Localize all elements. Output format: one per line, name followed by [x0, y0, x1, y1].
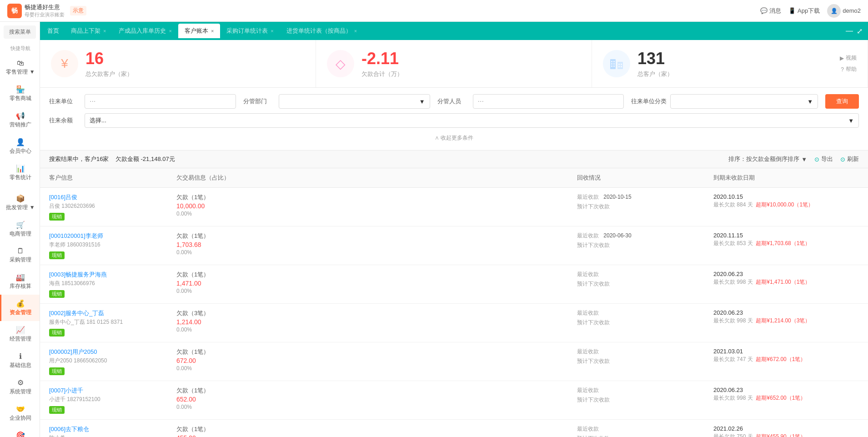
svg-rect-8	[618, 64, 620, 65]
overdue-link[interactable]: 超期¥455.90（1笔）	[756, 433, 806, 437]
due-info: 2020.06.23 最长欠款 998 天 超期¥1,471.00（1笔）	[713, 271, 859, 286]
svg-rect-7	[613, 65, 615, 67]
sidebar-item-zero-mall[interactable]: 🏪 零售商城	[0, 80, 40, 107]
customer-name[interactable]: [0007]小进千	[49, 387, 176, 395]
tab-home[interactable]: 首页	[42, 27, 65, 35]
sidebar-item-zero-sales[interactable]: 🛍 零售管理 ▼	[0, 55, 40, 80]
export-icon: ⊙	[814, 156, 819, 163]
tab-customer-account-close[interactable]: ×	[211, 28, 214, 34]
debt-amount: 10,000.00	[176, 202, 577, 210]
sidebar-item-stock[interactable]: 🏭 库存核算	[0, 268, 40, 295]
logo-area: 畅 畅捷通好生意 母婴行业演示账套	[7, 3, 65, 18]
sidebar-item-ecommerce[interactable]: 🛒 电商管理	[0, 216, 40, 242]
tab-expand-icon[interactable]: ⤢	[857, 27, 863, 35]
debt-amount: 1,471.00	[176, 280, 577, 287]
filter-dept-select[interactable]: ▼	[279, 94, 430, 109]
return-last-date: 2020-06-30	[601, 232, 632, 239]
app-download-btn[interactable]: 📱 App下载	[788, 7, 820, 15]
return-last-label: 最近收款	[577, 194, 599, 200]
debt-percent: 0.00%	[176, 288, 577, 294]
customer-name[interactable]: [0003]畅捷服务尹海燕	[49, 271, 176, 279]
filter-from-unit-input[interactable]: ···	[85, 94, 236, 109]
due-date: 2020.06.23	[713, 387, 859, 393]
user-btn[interactable]: 👤 demo2	[827, 4, 861, 18]
customer-tag: 现销	[49, 367, 65, 375]
tab-customer-account[interactable]: 客户账本 ×	[178, 24, 220, 38]
sidebar-item-member[interactable]: 👤 会员中心	[0, 133, 40, 160]
return-last: 最近收款	[577, 425, 713, 433]
debt-percent: 0.00%	[176, 326, 577, 333]
tab-products-off[interactable]: 商品上下架 ×	[65, 24, 112, 38]
return-info: 最近收款 预计下次收款	[577, 271, 713, 288]
tab-products-off-label: 商品上下架	[71, 27, 100, 35]
tab-produce-history[interactable]: 产成品入库单历史 ×	[112, 24, 178, 38]
tab-minimize-icon[interactable]: —	[846, 27, 853, 35]
sidebar-item-capital[interactable]: 💰 资金管理	[0, 295, 40, 321]
tab-purchase-inbound[interactable]: 进货单统计表（按商品） ×	[280, 24, 363, 38]
sidebar-item-quicknav: 快捷导航	[0, 42, 40, 55]
export-btn[interactable]: ⊙ 导出	[814, 155, 833, 163]
debt-count: 欠款（3笔）	[176, 309, 577, 317]
tab-purchase-stat-close[interactable]: ×	[271, 28, 273, 34]
due-info: 2020.06.23 最长欠款 998 天 超期¥652.00（1笔）	[713, 387, 859, 402]
refresh-btn[interactable]: ⊙ 刷新	[840, 155, 859, 163]
sidebar-item-purchase[interactable]: 🗒 采购管理	[0, 242, 40, 268]
overdue-link[interactable]: 超期¥10,000.00（1笔）	[756, 201, 813, 208]
ecommerce-icon: 🛒	[3, 221, 38, 229]
sidebar-search-btn[interactable]: 搜索菜单	[4, 25, 36, 39]
sidebar-item-basic-label: 基础信息	[3, 362, 38, 369]
col-header-due: 到期未收款日期	[713, 174, 859, 182]
filter-manager-input[interactable]: ···	[473, 94, 624, 109]
sidebar-item-basic[interactable]: ℹ 基础信息	[0, 347, 40, 374]
customer-name[interactable]: [0016]吕俊	[49, 193, 176, 201]
filter-category-select[interactable]: ▼	[670, 94, 818, 109]
message-btn[interactable]: 💬 消息	[760, 7, 781, 15]
stat-label-owing-customers: 总欠款客户（家）	[85, 70, 133, 78]
filter-balance-select[interactable]: 选择... ▼	[85, 113, 859, 128]
help-btn[interactable]: ? 帮助	[841, 65, 857, 73]
table-header: 客户信息 欠交易信息（占比） 回收情况 到期未收款日期	[40, 168, 868, 188]
filter-balance: 往来余额 选择... ▼	[49, 113, 859, 128]
customer-name[interactable]: [0006]去下粮仓	[49, 425, 176, 433]
sidebar-item-operations[interactable]: 📈 经营管理	[0, 321, 40, 347]
video-btn[interactable]: ▶ 视频	[840, 54, 857, 62]
stat-info-owing: 16 总欠款客户（家）	[85, 49, 133, 78]
return-last-date	[601, 426, 604, 432]
due-date: 2020.10.15	[713, 193, 859, 200]
customer-name[interactable]: [0001020001]李老师	[49, 232, 176, 240]
customer-name[interactable]: [000002]用户2050	[49, 348, 176, 356]
sidebar-item-batch-mgmt[interactable]: 📦 批发管理 ▼	[0, 190, 40, 216]
overdue-link[interactable]: 超期¥672.00（1笔）	[756, 356, 806, 362]
sidebar-item-zero-stat[interactable]: 📊 零售统计	[0, 160, 40, 186]
sidebar-item-marketing[interactable]: 📢 营销推广	[0, 107, 40, 133]
stat-card-owing-amount: ◇ -2.11 欠款合计（万）	[316, 40, 592, 87]
app-icon: 📱	[788, 7, 796, 14]
overdue-link[interactable]: 超期¥1,703.68（1笔）	[756, 240, 810, 246]
return-info: 最近收款 预计下次收款	[577, 309, 713, 326]
sidebar-item-newbie[interactable]: 🎯 新手引导	[0, 427, 40, 437]
search-btn[interactable]: 查询	[825, 94, 859, 109]
sort-select[interactable]: 排序：按欠款金额倒序排序 ▼	[728, 155, 807, 163]
customer-detail: 陈小希	[49, 434, 176, 437]
video-label: 视频	[846, 54, 857, 62]
return-next: 预计下次收款	[577, 203, 713, 211]
overdue-link[interactable]: 超期¥1,471.00（1笔）	[756, 279, 810, 285]
sidebar-item-zero-sales-label: 零售管理 ▼	[3, 68, 38, 76]
tab-purchase-inbound-close[interactable]: ×	[354, 28, 357, 34]
collapse-row[interactable]: ∧ 收起更多条件	[49, 132, 859, 144]
customer-name[interactable]: [0002]服务中心_丁磊	[49, 309, 176, 317]
customer-info: [0016]吕俊 吕俊 13026203696 现销	[49, 193, 176, 221]
return-last-date	[601, 310, 604, 316]
tab-bar-actions: — ⤢	[846, 27, 866, 35]
sidebar-item-system[interactable]: ⚙ 系统管理	[0, 374, 40, 400]
filter-manager: 分管人员 ···	[437, 94, 624, 109]
sidebar-item-enterprise[interactable]: 🤝 企业协同	[0, 400, 40, 427]
overdue-link[interactable]: 超期¥1,214.00（3笔）	[756, 317, 810, 324]
stat-card-actions: ▶ 视频 ? 帮助	[840, 54, 857, 73]
tab-products-off-close[interactable]: ×	[103, 28, 106, 34]
overdue-link[interactable]: 超期¥652.00（1笔）	[756, 395, 806, 401]
sidebar-item-capital-label: 资金管理	[3, 309, 38, 316]
tab-produce-history-close[interactable]: ×	[169, 28, 171, 34]
customer-detail: 吕俊 13026203696	[49, 202, 176, 210]
tab-purchase-stat[interactable]: 采购订单统计表 ×	[220, 24, 280, 38]
